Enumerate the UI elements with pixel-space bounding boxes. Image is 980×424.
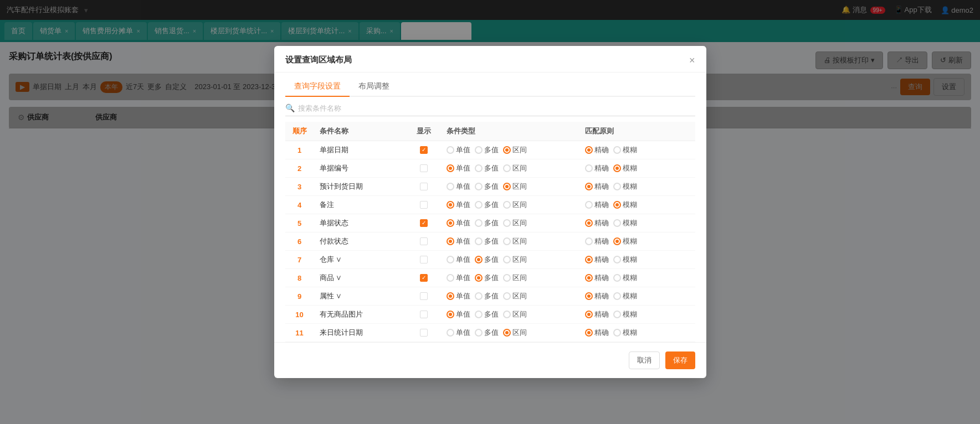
fields-table-container: 顺序 条件名称 显示 条件类型 匹配原则 1单据日期单值多值区间精确模糊2单据编… — [285, 122, 695, 137]
modal-overlay: 设置查询区域布局 × 查询字段设置 布局调整 🔍 顺序 — [0, 0, 980, 137]
th-name: 条件名称 — [314, 122, 407, 137]
th-order: 顺序 — [285, 122, 314, 137]
th-show: 显示 — [406, 122, 441, 137]
fields-table: 顺序 条件名称 显示 条件类型 匹配原则 1单据日期单值多值区间精确模糊2单据编… — [285, 122, 695, 137]
dialog-close-button[interactable]: × — [689, 55, 695, 65]
dialog-title: 设置查询区域布局 — [285, 55, 352, 65]
tab-query-fields[interactable]: 查询字段设置 — [285, 77, 350, 97]
dialog-tabs: 查询字段设置 布局调整 — [285, 73, 695, 97]
search-input[interactable] — [298, 104, 409, 112]
search-box: 🔍 — [285, 104, 695, 116]
th-match: 匹配原则 — [579, 122, 695, 137]
dialog-body: 查询字段设置 布局调整 🔍 顺序 条件名称 显示 条件类型 — [274, 73, 706, 137]
dialog-header: 设置查询区域布局 × — [274, 46, 706, 73]
tab-layout-adjust[interactable]: 布局调整 — [350, 77, 398, 97]
search-icon: 🔍 — [285, 104, 295, 112]
th-type: 条件类型 — [441, 122, 579, 137]
dialog: 设置查询区域布局 × 查询字段设置 布局调整 🔍 顺序 — [274, 46, 706, 137]
